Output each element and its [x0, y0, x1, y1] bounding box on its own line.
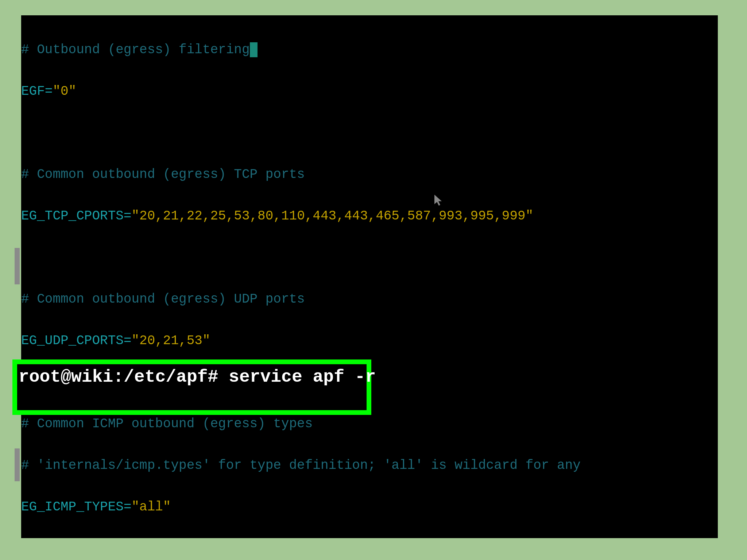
terminal-window[interactable]: # Outbound (egress) filtering EGF="0" # …: [21, 15, 718, 538]
config-value: "20,21,22,25,53,80,110,443,443,465,587,9…: [131, 209, 533, 223]
prompt-text: root@wiki:/etc/apf# service apf -r: [19, 367, 376, 387]
command-highlight-box: root@wiki:/etc/apf# service apf -r: [12, 359, 371, 415]
config-key: EG_ICMP_TYPES=: [21, 499, 131, 514]
comment-line: # 'internals/icmp.types' for type defini…: [21, 458, 581, 473]
config-key: EGF=: [21, 84, 53, 99]
config-value: "all": [131, 499, 171, 514]
config-value: "0": [53, 84, 76, 99]
comment-line: # Common outbound (egress) UDP ports: [21, 292, 305, 307]
comment-line: # Outbound (egress) filtering: [21, 42, 250, 57]
editor-cursor: [250, 42, 258, 57]
comment-line: # Common ICMP outbound (egress) types: [21, 416, 313, 431]
config-value: "20,21,53": [131, 333, 210, 348]
comment-line: # Common outbound (egress) TCP ports: [21, 167, 305, 182]
scrollbar-thumb[interactable]: [15, 248, 20, 284]
scrollbar-thumb[interactable]: [15, 448, 20, 481]
config-key: EG_UDP_CPORTS=: [21, 333, 131, 348]
config-key: EG_TCP_CPORTS=: [21, 209, 131, 223]
shell-prompt[interactable]: root@wiki:/etc/apf# service apf -r: [17, 364, 367, 390]
